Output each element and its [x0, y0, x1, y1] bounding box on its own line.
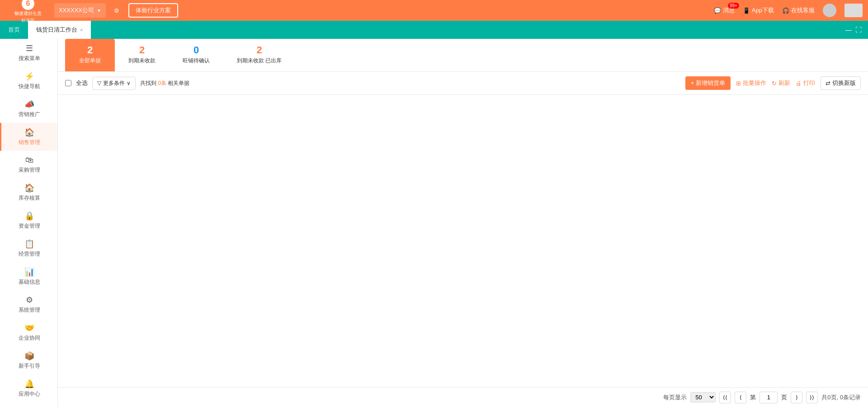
- settings-icon[interactable]: ⚙: [109, 3, 124, 18]
- next-page-button[interactable]: ⟩: [791, 392, 802, 403]
- header-right: 💬 消息 99+ 📱 App下载 🎧 在线客服: [714, 4, 863, 17]
- brand-name: 畅捷通好生意: [14, 10, 42, 17]
- total-info: 共0页, 0条记录: [821, 393, 861, 402]
- basic-info-icon: 📊: [24, 267, 34, 277]
- purchase-icon: 🛍: [25, 155, 33, 165]
- tab-expand-icon[interactable]: ⛶: [854, 24, 863, 35]
- sidebar: ☰ 搜索菜单 ⚡ 快捷导航 📣 营销推广 🏠 销售管理 🛍 采购管理 🏠 库存核…: [0, 39, 58, 407]
- company-name: XXXXXX公司: [59, 6, 94, 14]
- avatar[interactable]: [823, 4, 836, 17]
- system-icon: ⚙: [26, 295, 33, 305]
- wangpu-label: 旺铺待确认: [183, 57, 210, 65]
- message-badge: 99+: [728, 3, 739, 9]
- operations-icon: 📋: [24, 239, 34, 249]
- prev-page-button[interactable]: ⟨: [735, 392, 746, 403]
- sidebar-item-purchase[interactable]: 🛍 采购管理: [0, 151, 57, 178]
- top-header: 6 畅捷通好生意 标准版 XXXXXX公司 ▼ ⚙ 体验行业方案 💬 消息 99…: [0, 0, 868, 21]
- overdue-unship-count: 2: [257, 44, 262, 56]
- sidebar-item-marketing[interactable]: 📣 营销推广: [0, 95, 57, 123]
- app-icon: 📱: [743, 7, 750, 14]
- online-service-label: 在线客服: [791, 6, 815, 14]
- message-icon: 💬: [714, 7, 721, 14]
- summary-tab-wangpu[interactable]: 0 旺铺待确认: [169, 39, 223, 71]
- sidebar-item-inventory[interactable]: 🏠 库存核算: [0, 178, 57, 206]
- brand-edition: 标准版: [21, 17, 35, 23]
- sidebar-item-operations[interactable]: 📋 经营管理: [0, 234, 57, 262]
- sidebar-item-enterprise[interactable]: 🤝 企业协同: [0, 318, 57, 346]
- user-name-placeholder[interactable]: [844, 4, 863, 17]
- sales-icon: 🏠: [24, 127, 34, 137]
- sidebar-item-basic-info[interactable]: 📊 基础信息: [0, 262, 57, 290]
- page-number-input[interactable]: [760, 392, 778, 403]
- summary-tab-overdue-unship[interactable]: 2 到期未收款 已出库: [223, 39, 295, 71]
- refresh-icon: ↻: [772, 80, 777, 87]
- message-btn[interactable]: 💬 消息 99+: [714, 6, 735, 14]
- switch-version-button[interactable]: ⇄ 切换新版: [821, 76, 861, 90]
- select-all-checkbox[interactable]: [65, 80, 71, 86]
- last-page-button[interactable]: ⟩⟩: [806, 392, 818, 403]
- main-layout: ☰ 搜索菜单 ⚡ 快捷导航 📣 营销推广 🏠 销售管理 🛍 采购管理 🏠 库存核…: [0, 39, 868, 407]
- tab-close-icon[interactable]: ×: [80, 27, 83, 33]
- filter-arrow-icon: ∨: [127, 80, 131, 86]
- nav-tabs-end: — ⛶: [844, 24, 868, 35]
- sidebar-item-quick-nav[interactable]: ⚡ 快捷导航: [0, 67, 57, 95]
- batch-icon: ⊞: [736, 80, 741, 87]
- app-download-label: App下载: [752, 6, 774, 14]
- enterprise-icon: 🤝: [24, 323, 34, 333]
- all-label: 全部单据: [79, 57, 101, 65]
- chevron-down-icon: ▼: [97, 8, 101, 13]
- wangpu-count: 0: [193, 44, 199, 56]
- quick-nav-icon: ⚡: [24, 71, 34, 81]
- finance-icon: 🔒: [24, 211, 34, 221]
- filter-button[interactable]: ▽ 更多条件 ∨: [92, 77, 136, 90]
- print-button[interactable]: 🖨 打印: [796, 79, 815, 87]
- new-sales-order-button[interactable]: + 新增销货单: [685, 76, 731, 90]
- logo-icon: 6: [22, 0, 34, 10]
- batch-operation-button[interactable]: ⊞ 批量操作: [736, 79, 766, 87]
- tab-active[interactable]: 钱货日清工作台 ×: [28, 21, 91, 39]
- content-area: 2 全部单据 2 到期未收款 0 旺铺待确认 2 到期未收款 已出库 全选: [58, 39, 868, 407]
- sidebar-item-finance[interactable]: 🔒 资金管理: [0, 206, 57, 234]
- sidebar-item-wechat[interactable]: 💬 企业微信: [0, 402, 57, 407]
- switch-icon: ⇄: [826, 80, 830, 87]
- sidebar-item-sales[interactable]: 🏠 销售管理: [0, 123, 57, 151]
- per-page-select[interactable]: 50 100 200: [690, 392, 716, 402]
- app-center-icon: 🔔: [24, 379, 34, 389]
- app-download-btn[interactable]: 📱 App下载: [743, 6, 774, 14]
- tab-home[interactable]: 首页: [0, 21, 28, 39]
- brand-logo: 6 畅捷通好生意 标准版: [5, 0, 51, 23]
- inventory-icon: 🏠: [24, 183, 34, 193]
- sidebar-item-guide[interactable]: 📦 新手引导: [0, 346, 57, 374]
- sidebar-item-app-center[interactable]: 🔔 应用中心: [0, 374, 57, 402]
- guide-icon: 📦: [24, 351, 34, 361]
- select-all-label: 全选: [76, 79, 88, 87]
- print-icon: 🖨: [796, 80, 802, 87]
- overdue-unpaid-label: 到期未收款: [128, 57, 156, 65]
- online-service-btn[interactable]: 🎧 在线客服: [782, 6, 815, 14]
- filter-label: 更多条件: [103, 80, 125, 87]
- marketing-icon: 📣: [24, 99, 34, 109]
- service-icon: 🎧: [782, 7, 789, 14]
- company-selector[interactable]: XXXXXX公司 ▼: [54, 3, 106, 18]
- first-page-button[interactable]: ⟨⟨: [719, 392, 731, 403]
- page-suffix: 页: [781, 393, 787, 402]
- refresh-button[interactable]: ↻ 刷新: [772, 79, 790, 87]
- sidebar-item-search-menu[interactable]: ☰ 搜索菜单: [0, 39, 57, 67]
- toolbar: 全选 ▽ 更多条件 ∨ 共找到 0条 相关单据 + 新增销货单 ⊞ 批量操作: [58, 72, 868, 95]
- table-area: [58, 95, 868, 387]
- pagination-bar: 每页显示 50 100 200 ⟨⟨ ⟨ 第 页 ⟩ ⟩⟩ 共0页, 0条记录: [58, 387, 868, 407]
- all-count: 2: [87, 44, 93, 56]
- sidebar-item-system[interactable]: ⚙ 系统管理: [0, 290, 57, 318]
- toolbar-right: + 新增销货单 ⊞ 批量操作 ↻ 刷新 🖨 打印 ⇄ 切换新版: [685, 76, 861, 90]
- result-text: 共找到 0条 相关单据: [140, 80, 189, 87]
- search-menu-icon: ☰: [26, 43, 33, 53]
- overdue-unship-label: 到期未收款 已出库: [237, 57, 282, 65]
- trial-button[interactable]: 体验行业方案: [128, 3, 178, 18]
- filter-icon: ▽: [97, 80, 101, 86]
- result-count: 0条: [158, 80, 166, 86]
- toolbar-left: 全选 ▽ 更多条件 ∨ 共找到 0条 相关单据: [65, 77, 189, 90]
- page-label: 第: [750, 393, 756, 402]
- tab-minimize-icon[interactable]: —: [844, 24, 854, 35]
- summary-tab-all[interactable]: 2 全部单据: [65, 39, 115, 71]
- summary-tab-overdue-unpaid[interactable]: 2 到期未收款: [115, 39, 169, 71]
